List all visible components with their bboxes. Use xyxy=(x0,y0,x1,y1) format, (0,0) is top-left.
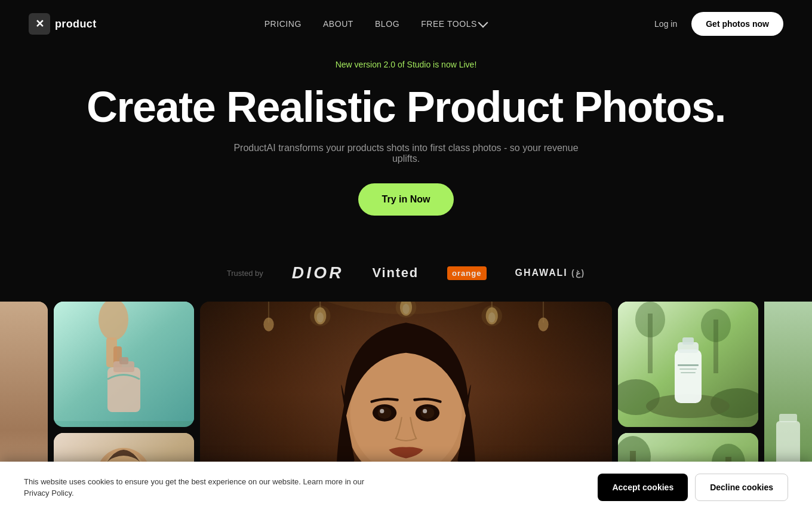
trusted-bar: Trusted by DIOR Vinted orange GHAWALI (ﻍ… xyxy=(0,239,812,302)
svg-text:✕: ✕ xyxy=(35,18,44,30)
accept-cookies-button[interactable]: Accept cookies xyxy=(598,474,688,501)
trusted-label: Trusted by xyxy=(227,269,263,278)
svg-point-46 xyxy=(380,409,384,413)
svg-point-56 xyxy=(635,302,665,337)
nav-right: Log in Get photos now xyxy=(654,12,783,36)
hero-subtitle: ProductAI transforms your products shots… xyxy=(227,143,585,164)
decline-cookies-button[interactable]: Decline cookies xyxy=(695,474,788,501)
brand-ghawali: GHAWALI (ﻍ) xyxy=(515,268,586,278)
nav-link-about[interactable]: ABOUT xyxy=(323,19,353,29)
svg-point-47 xyxy=(423,409,427,413)
svg-point-44 xyxy=(378,407,392,419)
svg-rect-59 xyxy=(675,349,702,403)
free-tools-chevron-icon xyxy=(478,18,488,28)
svg-point-58 xyxy=(701,309,731,342)
logo-icon: ✕ xyxy=(29,13,50,35)
hero-announcement: New version 2.0 of Studio is now Live! xyxy=(29,60,783,69)
brand-vinted: Vinted xyxy=(373,265,419,281)
svg-point-45 xyxy=(420,407,434,419)
brand-dior: DIOR xyxy=(292,263,344,282)
svg-rect-62 xyxy=(678,364,699,366)
nav-link-pricing[interactable]: PRICING xyxy=(264,19,302,29)
hero-title: Create Realistic Product Photos. xyxy=(29,84,783,131)
gallery-perfume-image xyxy=(54,302,194,427)
logo[interactable]: ✕ product xyxy=(29,13,97,35)
perfume-svg xyxy=(54,302,194,421)
cookie-buttons: Accept cookies Decline cookies xyxy=(598,474,788,501)
cookie-text: This website uses cookies to ensure you … xyxy=(24,476,382,499)
cookie-banner: This website uses cookies to ensure you … xyxy=(0,462,812,513)
svg-rect-13 xyxy=(119,357,128,364)
hero-section: New version 2.0 of Studio is now Live! C… xyxy=(0,48,812,239)
svg-rect-64 xyxy=(681,372,696,373)
nav-links: PRICING ABOUT BLOG FREE TOOLS xyxy=(264,19,487,29)
gallery-skincare-image xyxy=(618,302,758,427)
logo-text: product xyxy=(55,18,97,30)
navigation: ✕ product PRICING ABOUT BLOG FREE TOOLS … xyxy=(0,0,812,48)
nav-link-free-tools[interactable]: FREE TOOLS xyxy=(421,19,477,29)
nav-item-blog[interactable]: BLOG xyxy=(375,19,399,29)
svg-rect-61 xyxy=(682,337,694,345)
get-photos-button[interactable]: Get photos now xyxy=(691,12,783,36)
svg-rect-77 xyxy=(779,414,797,422)
nav-item-about[interactable]: ABOUT xyxy=(323,19,353,29)
cookie-message: This website uses cookies to ensure you … xyxy=(24,477,364,498)
svg-rect-63 xyxy=(679,368,697,370)
nav-item-free-tools[interactable]: FREE TOOLS xyxy=(421,19,487,29)
brand-orange: orange xyxy=(447,266,487,280)
nav-link-blog[interactable]: BLOG xyxy=(375,19,399,29)
login-button[interactable]: Log in xyxy=(654,19,677,29)
try-now-button[interactable]: Try in Now xyxy=(358,183,454,216)
nav-item-pricing[interactable]: PRICING xyxy=(264,19,302,29)
skincare-svg xyxy=(618,302,758,421)
